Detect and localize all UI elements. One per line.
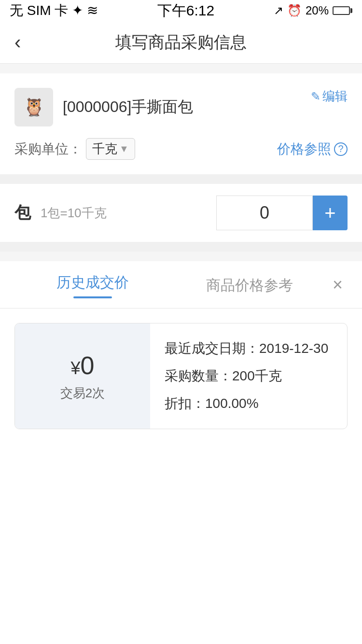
location-icon: ↗ — [274, 4, 283, 17]
quantity-controls: 0 + — [216, 196, 348, 230]
unit-dropdown-icon: ▼ — [119, 143, 129, 154]
history-price-panel: ¥0 交易2次 — [15, 323, 150, 429]
alarm-icon: ⏰ — [287, 4, 302, 17]
empty-content-area — [0, 444, 362, 644]
history-price: ¥0 — [71, 351, 95, 380]
nav-bar: ‹ 填写商品采购信息 — [0, 21, 362, 64]
tab2-label: 商品价格参考 — [206, 276, 293, 295]
detail-discount-row: 折扣：100.00% — [165, 393, 333, 415]
history-section: ¥0 交易2次 最近成交日期：2019-12-30 采购数量：200千克 折扣：… — [0, 308, 362, 444]
price-ref-label: 价格参照 — [277, 140, 331, 158]
divider — [0, 174, 362, 184]
plus-icon: + — [324, 202, 335, 224]
back-button[interactable]: ‹ — [14, 31, 30, 53]
tab-underline — [73, 296, 112, 298]
status-left: 无 SIM 卡 ✦ ≋ — [10, 1, 98, 20]
product-unit-row: 采购单位： 千克 ▼ 价格参照 ? — [14, 138, 348, 160]
tab-close-button[interactable]: × — [328, 270, 348, 300]
battery-icon — [333, 6, 352, 15]
quantity-unit: 包 — [14, 202, 31, 224]
detail-qty-label: 采购数量： — [165, 368, 232, 383]
product-owl-icon: 🦉 — [23, 97, 45, 117]
detail-qty-value: 200千克 — [232, 368, 282, 383]
detail-date-row: 最近成交日期：2019-12-30 — [165, 338, 333, 360]
price-ref-help-icon: ? — [334, 142, 348, 156]
tab-history-price[interactable]: 历史成交价 — [14, 261, 171, 308]
status-bar: 无 SIM 卡 ✦ ≋ 下午6:12 ↗ ⏰ 20% — [0, 0, 362, 21]
tab1-label: 历史成交价 — [56, 273, 129, 293]
unit-value: 千克 — [92, 140, 117, 157]
detail-discount-value: 100.00% — [205, 396, 259, 411]
quantity-value: 0 — [260, 203, 269, 223]
status-right: ↗ ⏰ 20% — [274, 4, 352, 17]
history-detail-panel: 最近成交日期：2019-12-30 采购数量：200千克 折扣：100.00% — [150, 323, 347, 429]
product-name: [0000006]手撕面包 — [63, 97, 193, 118]
detail-qty-row: 采购数量：200千克 — [165, 365, 333, 387]
price-ref-button[interactable]: 价格参照 ? — [277, 140, 348, 158]
divider-2 — [0, 242, 362, 252]
product-header: 🦉 [0000006]手撕面包 ✎ 编辑 — [14, 88, 348, 126]
edit-icon: ✎ — [311, 90, 320, 103]
price-value: 0 — [81, 351, 95, 379]
edit-button[interactable]: ✎ 编辑 — [311, 88, 348, 105]
quantity-row: 包 1包=10千克 0 + — [0, 184, 362, 242]
battery-percent: 20% — [306, 4, 329, 17]
detail-date-value: 2019-12-30 — [259, 341, 328, 356]
detail-discount-label: 折扣： — [165, 396, 205, 411]
unit-select[interactable]: 千克 ▼ — [86, 138, 135, 160]
product-card: 🦉 [0000006]手撕面包 ✎ 编辑 采购单位： 千克 ▼ 价格参照 ? — [0, 73, 362, 174]
yen-symbol: ¥ — [71, 358, 81, 378]
transaction-count: 交易2次 — [60, 385, 105, 402]
quantity-plus-button[interactable]: + — [313, 196, 348, 230]
unit-label: 采购单位： — [14, 140, 82, 158]
status-time: 下午6:12 — [157, 1, 214, 21]
tabs-container: 历史成交价 商品价格参考 × — [0, 261, 362, 308]
quantity-conversion: 1包=10千克 — [41, 205, 107, 222]
edit-label: 编辑 — [322, 88, 348, 105]
quantity-input[interactable]: 0 — [216, 196, 313, 230]
product-left: 🦉 [0000006]手撕面包 — [14, 88, 193, 126]
product-thumbnail: 🦉 — [14, 88, 53, 126]
detail-date-label: 最近成交日期： — [165, 341, 259, 356]
history-card: ¥0 交易2次 最近成交日期：2019-12-30 采购数量：200千克 折扣：… — [14, 323, 348, 429]
page-title: 填写商品采购信息 — [115, 31, 247, 54]
tab-product-price-ref[interactable]: 商品价格参考 — [171, 264, 327, 305]
